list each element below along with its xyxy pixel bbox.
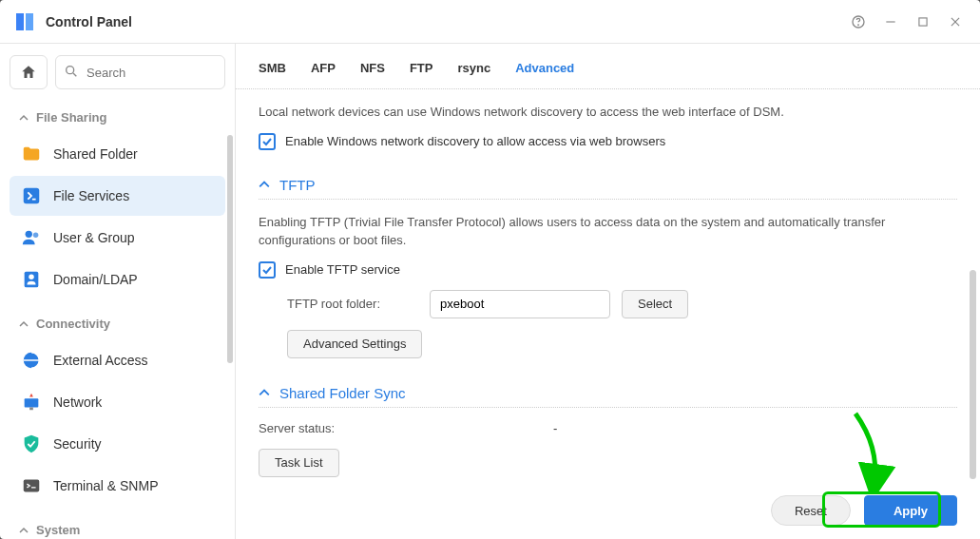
tab-nfs[interactable]: NFS — [360, 61, 385, 88]
tftp-root-label: TFTP root folder: — [287, 297, 430, 311]
nav-domain-ldap[interactable]: Domain/LDAP — [10, 260, 225, 299]
titlebar: Control Panel — [0, 0, 980, 44]
svg-rect-0 — [16, 13, 24, 30]
discovery-description: Local network devices can use Windows ne… — [259, 103, 957, 122]
nav-security[interactable]: Security — [10, 424, 225, 464]
folder-icon — [21, 144, 42, 164]
help-icon[interactable] — [847, 10, 870, 33]
content: File Sharing Shared Folder File Services… — [0, 44, 980, 539]
svg-line-9 — [73, 73, 76, 76]
task-list-button[interactable]: Task List — [259, 449, 339, 477]
tab-ftp[interactable]: FTP — [410, 61, 433, 88]
search-input[interactable] — [55, 55, 225, 89]
chevron-up-icon — [259, 179, 270, 190]
chevron-up-icon — [19, 319, 29, 329]
svg-point-11 — [26, 231, 32, 238]
minimize-icon[interactable] — [879, 10, 902, 33]
checkbox-enable-discovery[interactable]: Enable Windows network discovery to allo… — [259, 133, 957, 150]
sidebar: File Sharing Shared Folder File Services… — [0, 44, 236, 539]
section-sfs-header[interactable]: Shared Folder Sync — [259, 385, 957, 401]
network-icon — [21, 392, 42, 413]
main-body: Local network devices can use Windows ne… — [236, 89, 980, 539]
nav-file-services[interactable]: File Services — [10, 176, 225, 216]
svg-rect-17 — [29, 408, 33, 411]
svg-rect-18 — [24, 480, 40, 492]
tab-smb[interactable]: SMB — [259, 61, 286, 88]
nav-shared-folder[interactable]: Shared Folder — [10, 134, 225, 174]
server-status-label: Server status: — [259, 421, 553, 435]
main-scrollbar[interactable] — [970, 270, 976, 479]
security-icon — [21, 433, 42, 454]
advanced-settings-button[interactable]: Advanced Settings — [287, 330, 422, 358]
svg-point-14 — [29, 275, 34, 280]
server-status-value: - — [553, 421, 557, 435]
app-icon — [13, 10, 36, 33]
file-services-icon — [21, 185, 42, 206]
chevron-up-icon — [19, 526, 29, 535]
svg-rect-5 — [919, 17, 927, 25]
tabs: SMB AFP NFS FTP rsync Advanced — [236, 44, 980, 89]
section-system[interactable]: System — [10, 515, 225, 539]
sidebar-scrollbar[interactable] — [227, 135, 233, 363]
checkbox-enable-tftp[interactable]: Enable TFTP service — [259, 261, 957, 279]
chevron-up-icon — [19, 113, 29, 123]
chevron-up-icon — [259, 387, 270, 398]
search-field[interactable] — [55, 55, 225, 89]
tab-afp[interactable]: AFP — [311, 61, 336, 88]
tab-advanced[interactable]: Advanced — [515, 61, 574, 88]
nav-external-access[interactable]: External Access — [10, 340, 225, 380]
svg-point-12 — [33, 233, 39, 239]
external-access-icon — [21, 350, 42, 371]
reset-button[interactable]: Reset — [771, 495, 851, 526]
window-title: Control Panel — [46, 14, 132, 29]
section-file-sharing[interactable]: File Sharing — [10, 103, 225, 132]
domain-icon — [21, 269, 42, 290]
checkbox-icon — [259, 133, 276, 150]
search-icon — [64, 64, 79, 82]
svg-point-8 — [67, 67, 74, 74]
tab-rsync[interactable]: rsync — [457, 61, 490, 88]
svg-point-3 — [858, 25, 859, 26]
select-button[interactable]: Select — [622, 290, 688, 318]
section-tftp-header[interactable]: TFTP — [259, 177, 957, 193]
home-button[interactable] — [10, 55, 48, 89]
tftp-description: Enabling TFTP (Trivial File Transfer Pro… — [259, 213, 957, 250]
checkbox-icon — [259, 261, 276, 279]
user-group-icon — [21, 227, 42, 248]
apply-button[interactable]: Apply — [864, 495, 957, 526]
maximize-icon[interactable] — [912, 10, 934, 33]
svg-rect-1 — [26, 13, 33, 30]
nav-network[interactable]: Network — [10, 382, 225, 422]
footer: Reset Apply — [236, 482, 980, 539]
window: Control Panel File Sharing — [0, 0, 980, 539]
main-panel: SMB AFP NFS FTP rsync Advanced Local net… — [236, 44, 980, 539]
close-icon[interactable] — [944, 10, 967, 33]
terminal-icon — [21, 475, 42, 496]
nav-user-group[interactable]: User & Group — [10, 218, 225, 258]
nav-terminal-snmp[interactable]: Terminal & SNMP — [10, 466, 225, 506]
svg-rect-16 — [25, 398, 39, 407]
tftp-root-input[interactable] — [430, 290, 610, 318]
section-connectivity[interactable]: Connectivity — [10, 309, 225, 338]
